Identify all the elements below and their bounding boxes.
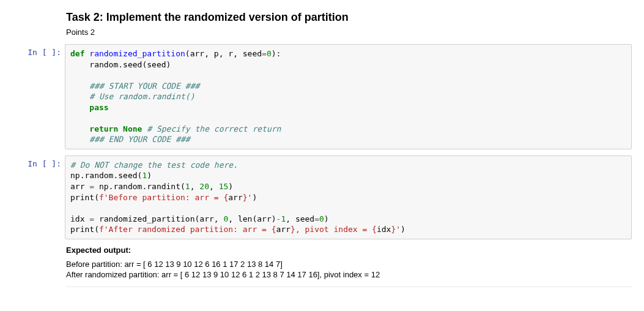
t: random.seed(seed) — [70, 60, 171, 69]
expected-line-2: After randomized partition: arr = [ 6 12… — [66, 270, 632, 279]
expected-output-cell: Expected output: Before partition: arr =… — [66, 245, 632, 287]
t: ' — [396, 225, 401, 234]
t: arr — [228, 193, 242, 202]
t: def — [70, 49, 84, 58]
t: arr — [276, 225, 291, 234]
t: , — [209, 182, 219, 191]
t — [70, 103, 89, 112]
t: ) — [252, 193, 257, 202]
t: ): — [272, 49, 281, 58]
t: } — [291, 225, 295, 234]
t: f — [99, 225, 104, 234]
t: , seed — [286, 214, 314, 223]
t: 20 — [199, 182, 209, 191]
t: return — [89, 124, 118, 133]
t: arr — [70, 182, 89, 191]
t: (arr — [185, 49, 204, 58]
expected-line-1: Before partition: arr = [ 6 12 13 9 10 1… — [66, 260, 632, 269]
t — [70, 124, 89, 133]
t: pass — [89, 103, 108, 112]
t: ) — [147, 171, 152, 180]
code-input-2[interactable]: # Do NOT change the test code here. np.r… — [65, 156, 632, 239]
t: 'After randomized partition: arr = — [104, 225, 272, 234]
t: { — [372, 225, 377, 234]
t: , pivot index = — [295, 225, 372, 234]
t: np.random.randint( — [94, 182, 185, 191]
t: 1 — [185, 182, 190, 191]
task-header-cell: Task 2: Implement the randomized version… — [66, 11, 632, 37]
t: ) — [228, 182, 233, 191]
t: = — [89, 214, 94, 223]
t: 0 — [319, 214, 324, 223]
code-input-1[interactable]: def randomized_partition(arr, p, r, seed… — [65, 44, 632, 149]
t: , p, r, seed — [204, 49, 262, 58]
t: = — [262, 49, 267, 58]
t: ### END YOUR CODE ### — [70, 135, 190, 144]
t: # Specify the correct return — [142, 124, 281, 133]
t: print( — [70, 225, 99, 234]
t: , — [190, 182, 200, 191]
prompt-1: In [ ]: — [18, 44, 65, 149]
prompt-2: In [ ]: — [18, 156, 65, 239]
t: print( — [70, 193, 99, 202]
notebook-container: Task 2: Implement the randomized version… — [0, 0, 644, 287]
code-cell-2: In [ ]: # Do NOT change the test code he… — [18, 156, 632, 239]
t: idx — [377, 225, 391, 234]
t: # Do NOT change the test code here. — [70, 160, 238, 170]
t: np.random.seed( — [70, 171, 142, 180]
t: = — [89, 182, 94, 191]
t: 15 — [219, 182, 229, 191]
t: f — [99, 193, 104, 202]
t: randomized_partition(arr, — [94, 214, 223, 223]
task-title: Task 2: Implement the randomized version… — [66, 11, 632, 24]
t: randomized_partition — [89, 49, 185, 58]
t: ) — [401, 225, 405, 234]
expected-heading: Expected output: — [66, 245, 632, 255]
code-cell-1: In [ ]: def randomized_partition(arr, p,… — [18, 44, 632, 149]
t: ### START YOUR CODE ### — [70, 81, 199, 91]
t: { — [272, 225, 276, 234]
t: idx — [70, 214, 89, 223]
t: 0 — [267, 49, 272, 58]
points-text: Points 2 — [66, 28, 632, 37]
t: = — [314, 214, 319, 223]
t: 'Before partition: arr = — [104, 193, 224, 202]
t: } — [243, 193, 248, 202]
t: ) — [324, 214, 329, 223]
t: # Use random.randint() — [70, 92, 195, 101]
t: , len(arr) — [228, 214, 276, 223]
t: None — [118, 124, 142, 133]
